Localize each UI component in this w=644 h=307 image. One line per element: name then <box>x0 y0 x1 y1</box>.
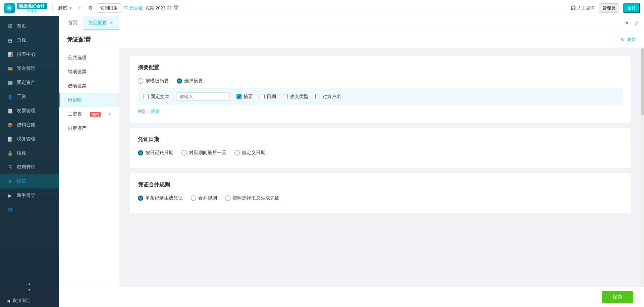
scroll-up-btn[interactable]: ▲ <box>25 281 34 287</box>
single-radio[interactable] <box>138 195 143 201</box>
page-header: 凭证配置 ↻ 刷新 <box>59 30 644 48</box>
summary-checkbox[interactable] <box>236 94 241 99</box>
main-layout: ⊞ 首页 ▤ 总账 📊 报表中心 💳 资金管理 🏢 固定资产 👤 工资 <box>0 16 644 307</box>
left-nav-fixed-assets[interactable]: 固定资产 <box>59 121 119 135</box>
user-button[interactable]: 管理员 <box>599 3 619 13</box>
summary-checkbox-row: 固定文本 摘要 日期 <box>138 88 623 105</box>
left-nav-payroll[interactable]: 工资表 NEW ▾ <box>59 107 119 121</box>
company-logo[interactable]: 畅捷通好会计 专业版 <box>4 3 47 13</box>
sidebar-item-home[interactable]: ⊞ 首页 <box>0 19 59 33</box>
period-display: 账期 2023-02 📅 <box>146 5 178 11</box>
left-nav-public[interactable]: 公共选项 <box>59 51 119 65</box>
refresh-button[interactable]: ↻ 刷新 <box>621 37 636 43</box>
sidebar-item-settings[interactable]: ⚙ 设置 <box>0 174 59 188</box>
select-summary-radio[interactable] <box>177 78 182 84</box>
template-summary-option[interactable]: 按模版摘要 <box>138 78 169 84</box>
date-section: 凭证日期 按日记账日期 对应期间最后一天 <box>130 128 631 168</box>
tab-voucher-label: 凭证配置 <box>88 20 107 26</box>
refresh-label: 刷新 <box>627 37 636 43</box>
sidebar: ⊞ 首页 ▤ 总账 📊 报表中心 💳 资金管理 🏢 固定资产 👤 工资 <box>0 16 59 307</box>
pin-label: 取消固定 <box>13 298 30 304</box>
sidebar-item-tax[interactable]: 📝 税务管理 <box>0 132 59 146</box>
sidebar-item-sales-purchase[interactable]: 📦 进销台账 <box>0 118 59 132</box>
sidebar-item-guide[interactable]: ▶ 新手引导 <box>0 188 59 203</box>
settings-button[interactable]: ⚙ <box>87 3 94 12</box>
sidebar-item-invoice[interactable]: 🧾 发票管理 <box>0 104 59 118</box>
sidebar-label-tax: 税务管理 <box>17 136 36 142</box>
last-day-radio[interactable] <box>181 150 187 156</box>
summary-section: 摘要配置 按模版摘要 选择摘要 <box>130 56 631 123</box>
sidebar-item-fixed-assets[interactable]: 🏢 固定资产 <box>0 76 59 90</box>
tab-close-icon[interactable]: ✕ <box>109 20 114 26</box>
save-button[interactable]: 保存 <box>602 291 633 303</box>
summary-checkbox-item[interactable]: 摘要 <box>236 94 253 100</box>
fixed-text-checkbox-item[interactable]: 固定文本 <box>144 94 169 100</box>
ledger-icon: ▤ <box>7 38 13 43</box>
merge-rule-radio[interactable] <box>191 195 196 201</box>
merge-rule-option[interactable]: 合并规则 <box>191 195 217 201</box>
tab-voucher-config[interactable]: 凭证配置 ✕ <box>83 16 119 30</box>
workspace-selector[interactable]: 测试 ▾ <box>58 5 72 11</box>
inner-layout: 公共选项 销项发票 进项发票 日记账 工资表 NEW ▾ 固定资产 摘要配置 <box>59 48 644 287</box>
date-checkbox[interactable] <box>260 94 265 99</box>
right-content: 摘要配置 按模版摘要 选择摘要 <box>119 48 641 287</box>
left-nav-purchase[interactable]: 进项发票 <box>59 79 119 93</box>
settings-icon: ⚙ <box>7 179 13 184</box>
select-merge-radio[interactable] <box>225 195 230 201</box>
sidebar-item-payroll[interactable]: 👤 工资 <box>0 90 59 104</box>
counterparty-checkbox[interactable] <box>315 94 320 99</box>
diary-date-radio[interactable] <box>138 150 143 156</box>
sidebar-label-closing: 结账 <box>17 150 26 156</box>
sidebar-item-extra[interactable]: 👥 <box>0 203 59 216</box>
pin-button[interactable]: ◀ 取消固定 <box>0 294 59 307</box>
scrollbar-track[interactable] <box>641 48 644 287</box>
merge-title: 凭证合并规则 <box>138 181 623 188</box>
close-panel-button[interactable]: ✕ <box>623 18 630 28</box>
select-summary-option[interactable]: 选择摘要 <box>177 78 203 84</box>
sidebar-label-ledger: 总账 <box>17 37 26 43</box>
help-button[interactable]: 🎧 人工咨询 <box>571 5 595 11</box>
sidebar-item-archive[interactable]: 🗄 归档管理 <box>0 160 59 174</box>
role-button[interactable]: 会计 <box>623 3 640 13</box>
custom-date-option[interactable]: 自定义日期 <box>234 150 265 156</box>
income-type-checkbox-item[interactable]: 收支类型 <box>283 94 309 100</box>
summary-radio-group: 按模版摘要 选择摘要 <box>138 78 623 84</box>
topbar-right: 🎧 人工咨询 管理员 会计 <box>571 3 640 13</box>
fixed-text-checkbox[interactable] <box>144 94 149 99</box>
income-type-checkbox[interactable] <box>283 94 288 99</box>
payroll-expand-icon[interactable]: ▾ <box>109 112 111 117</box>
pin-icon: ◀ <box>7 298 10 303</box>
custom-date-radio[interactable] <box>234 150 240 156</box>
template-summary-radio[interactable] <box>138 78 143 84</box>
sidebar-label-guide: 新手引导 <box>17 192 36 199</box>
save-bar: 保存 <box>59 287 644 307</box>
scrollbar-thumb[interactable] <box>641 48 644 115</box>
tab-home[interactable]: 首页 <box>63 16 83 30</box>
sidebar-item-finance[interactable]: 💳 资金管理 <box>0 61 59 76</box>
select-merge-label: 按照选择汇总生成凭证 <box>232 195 279 201</box>
sidebar-item-reports[interactable]: 📊 报表中心 <box>0 47 59 61</box>
add-button[interactable]: ＋ <box>76 3 84 13</box>
scroll-down-btn[interactable]: ▼ <box>25 287 34 293</box>
summary-checkbox-label: 摘要 <box>244 94 253 100</box>
last-day-option[interactable]: 对应期间最后一天 <box>181 150 226 156</box>
diary-date-option[interactable]: 按日记账日期 <box>138 150 173 156</box>
counterparty-checkbox-item[interactable]: 对方户名 <box>315 94 341 100</box>
switch-version-button[interactable]: 切到旧版 <box>97 3 121 13</box>
reports-icon: 📊 <box>7 52 13 57</box>
select-merge-option[interactable]: 按照选择汇总生成凭证 <box>225 195 279 201</box>
sidebar-label-invoice: 发票管理 <box>17 108 36 114</box>
tax-icon: 📝 <box>7 137 13 142</box>
date-checkbox-item[interactable]: 日期 <box>260 94 276 100</box>
single-option[interactable]: 单条记录生成凭证 <box>138 195 183 201</box>
left-nav-sales[interactable]: 销项发票 <box>59 65 119 79</box>
left-nav-diary[interactable]: 日记账 <box>59 93 119 107</box>
sidebar-item-closing[interactable]: 🔒 结账 <box>0 146 59 160</box>
sidebar-item-ledger[interactable]: ▤ 总账 <box>0 33 59 47</box>
fixed-text-input[interactable] <box>176 92 230 101</box>
expand-button[interactable]: ⤢ <box>633 18 640 28</box>
fixed-text-label: 固定文本 <box>151 94 169 100</box>
merge-radio-group: 单条记录生成凭证 合并规则 按照选择汇总生成凭证 <box>138 195 623 201</box>
payroll-nav-label: 工资表 <box>68 111 82 117</box>
page-title: 凭证配置 <box>67 36 91 44</box>
